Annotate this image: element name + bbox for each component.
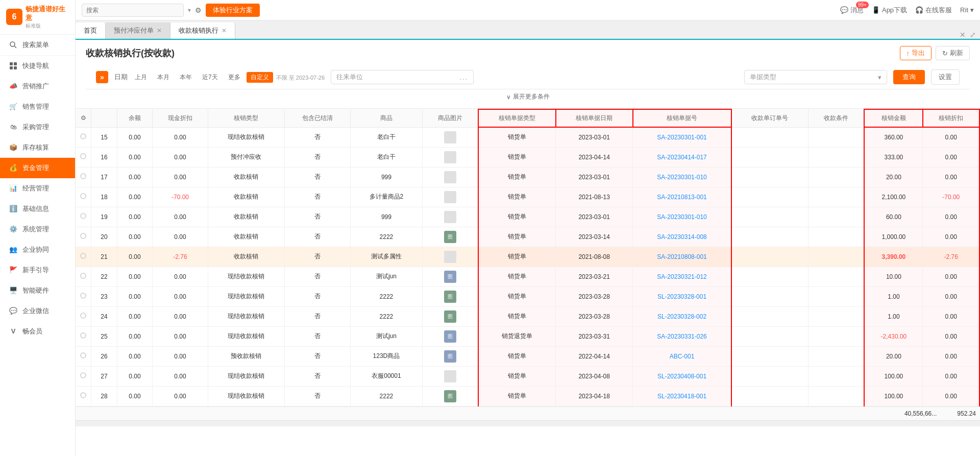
row-verify-bill-date: 2023-03-28 <box>556 306 633 326</box>
row-verify-bill-no[interactable]: SA-20210813-001 <box>633 187 731 207</box>
row-seq: 24 <box>91 306 117 326</box>
column-settings-icon[interactable]: ⚙ <box>81 114 86 122</box>
filter-toggle-button[interactable]: » <box>96 71 108 83</box>
row-settings[interactable] <box>76 346 91 366</box>
row-settings[interactable] <box>76 167 91 187</box>
date-more-btn[interactable]: 更多 <box>224 72 244 83</box>
sidebar-item-wechat[interactable]: 💬 企业微信 <box>0 301 75 321</box>
row-verify-bill-no[interactable]: ABC-001 <box>633 346 731 366</box>
team-icon: 👥 <box>8 245 18 255</box>
tab-home[interactable]: 首页 <box>76 22 106 39</box>
online-service-button[interactable]: 🎧 在线客服 <box>915 6 952 15</box>
row-balance: 0.00 <box>117 127 153 147</box>
row-cash-discount: 0.00 <box>152 167 208 187</box>
row-verify-bill-no[interactable]: SA-20230301-010 <box>633 207 731 227</box>
row-settings[interactable] <box>76 187 91 207</box>
row-verify-bill-no[interactable]: SA-20210808-001 <box>633 247 731 267</box>
sidebar-item-marketing[interactable]: 📣 营销推广 <box>0 76 75 97</box>
sidebar-item-sales[interactable]: 🛒 销售管理 <box>0 97 75 117</box>
scrollbar-area[interactable] <box>76 420 980 426</box>
row-verify-bill-no[interactable]: SL-20230408-001 <box>633 366 731 386</box>
row-verify-bill-date: 2021-08-08 <box>556 247 633 267</box>
row-verify-bill-no[interactable]: SA-20230301-010 <box>633 167 731 187</box>
row-verify-bill-date: 2023-03-14 <box>556 227 633 247</box>
row-verify-bill-no[interactable]: SA-20230301-001 <box>633 127 731 147</box>
sidebar-item-collab[interactable]: 👥 企业协同 <box>0 239 75 260</box>
row-settings[interactable] <box>76 286 91 306</box>
topbar-search-input[interactable] <box>82 4 184 17</box>
date-last-7days-btn[interactable]: 近7天 <box>198 72 222 83</box>
row-verify-bill-no[interactable]: SA-20230314-008 <box>633 227 731 247</box>
date-custom-btn[interactable]: 自定义 <box>247 72 273 83</box>
tab-prepay-close-icon[interactable]: ✕ <box>157 27 162 34</box>
sidebar-item-inventory[interactable]: 📦 库存核算 <box>0 137 75 158</box>
setting-button[interactable]: 设置 <box>931 69 960 85</box>
row-verify-bill-no[interactable]: SL-20230328-002 <box>633 306 731 326</box>
date-last-month-btn[interactable]: 上月 <box>131 72 151 83</box>
row-settings[interactable] <box>76 366 91 386</box>
sidebar-item-finance[interactable]: 💰 资金管理 <box>0 158 75 178</box>
headphone-icon: 🎧 <box>915 6 923 14</box>
app-download-button[interactable]: 📱 App下载 <box>872 6 907 15</box>
filter-bar: » 日期 上月 本月 本年 近7天 更多 自定义 不限 至 2023-07-26… <box>86 65 970 89</box>
row-cash-discount: 0.00 <box>152 207 208 227</box>
sidebar-item-purchase[interactable]: 🛍 采购管理 <box>0 117 75 137</box>
tab-prepay[interactable]: 预付冲应付单 ✕ <box>106 22 170 39</box>
sidebar-item-system[interactable]: ⚙️ 系统管理 <box>0 219 75 239</box>
row-settings[interactable] <box>76 207 91 227</box>
row-settings[interactable] <box>76 306 91 326</box>
tab-verify-close-icon[interactable]: ✕ <box>222 27 227 34</box>
row-verify-amount: -2,430.00 <box>864 326 923 346</box>
row-verify-bill-no[interactable]: SA-20230331-026 <box>633 326 731 346</box>
row-product-image: 图 <box>422 227 478 247</box>
search-button[interactable]: 查询 <box>893 70 925 84</box>
type-filter[interactable]: 单据类型 ▾ <box>744 70 887 84</box>
row-verify-amount: 1.00 <box>864 306 923 326</box>
th-cash-discount: 现金折扣 <box>152 109 208 127</box>
row-include-settled: 否 <box>284 346 350 366</box>
th-gear[interactable]: ⚙ <box>76 109 91 127</box>
sidebar-marketing-label: 营销推广 <box>22 82 49 91</box>
row-settings[interactable] <box>76 247 91 267</box>
row-settings[interactable] <box>76 147 91 167</box>
svg-point-14 <box>81 293 86 298</box>
sidebar-item-nav[interactable]: 快捷导航 <box>0 56 75 76</box>
message-button[interactable]: 💬 消息 99+ <box>840 6 864 15</box>
row-verify-bill-no[interactable]: SA-20230321-012 <box>633 267 731 286</box>
export-button[interactable]: ↑ 导出 <box>900 46 932 60</box>
row-seq: 16 <box>91 147 117 167</box>
tab-verify[interactable]: 收款核销执行 ✕ <box>170 22 235 39</box>
sidebar-hardware-label: 智能硬件 <box>22 286 49 295</box>
topbar-gear-icon[interactable]: ⚙ <box>195 6 202 14</box>
row-settings[interactable] <box>76 127 91 147</box>
row-product-image <box>422 187 478 207</box>
sidebar-item-operations[interactable]: 📊 经营管理 <box>0 178 75 199</box>
row-settings[interactable] <box>76 386 91 406</box>
trial-button[interactable]: 体验行业方案 <box>206 4 260 17</box>
refresh-button[interactable]: ↻ 刷新 <box>936 46 970 60</box>
row-verify-bill-type: 销货单 <box>478 187 555 207</box>
expand-more-bar[interactable]: ∨ 展开更多条件 <box>86 89 970 104</box>
row-verify-bill-no[interactable]: SA-20230414-017 <box>633 147 731 167</box>
close-window-icon[interactable]: ✕ <box>960 31 966 39</box>
row-settings[interactable] <box>76 326 91 346</box>
row-verify-bill-no[interactable]: SL-20230328-001 <box>633 286 731 306</box>
sidebar-item-hardware[interactable]: 🖥️ 智能硬件 <box>0 280 75 301</box>
row-settings[interactable] <box>76 227 91 247</box>
sidebar-item-search[interactable]: 搜索菜单 <box>0 35 75 56</box>
unit-filter[interactable]: 往来单位 ... <box>331 70 474 84</box>
row-settings[interactable] <box>76 267 91 286</box>
th-product-image: 商品图片 <box>422 109 478 127</box>
sidebar-item-basic[interactable]: ℹ️ 基础信息 <box>0 199 75 219</box>
sidebar-item-vip[interactable]: V 畅会员 <box>0 321 75 342</box>
wechat-icon: 💬 <box>8 306 18 316</box>
row-verify-bill-no[interactable]: SL-20230418-001 <box>633 386 731 406</box>
brand-name: 畅捷通谱好生意 <box>26 5 69 22</box>
date-this-month-btn[interactable]: 本月 <box>153 72 174 83</box>
sidebar-item-guide[interactable]: 🚩 新手引导 <box>0 260 75 280</box>
row-product-image <box>422 127 478 147</box>
maximize-window-icon[interactable]: ⤢ <box>970 31 976 39</box>
user-profile[interactable]: Rit ▾ <box>960 6 974 14</box>
row-verify-type: 预付冲应收 <box>208 147 285 167</box>
date-this-year-btn[interactable]: 本年 <box>176 72 196 83</box>
